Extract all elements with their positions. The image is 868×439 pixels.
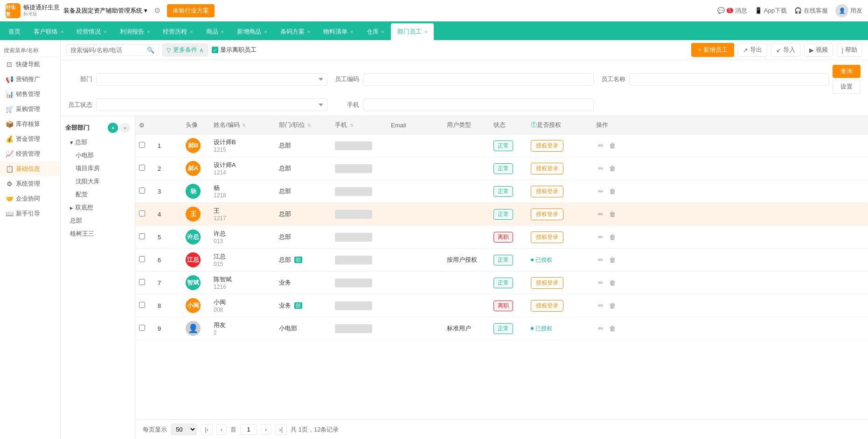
row-checkbox[interactable] xyxy=(139,210,145,216)
col-name[interactable]: 姓名/编码 ⇅ xyxy=(210,116,275,134)
col-phone[interactable]: 手机 ⇅ xyxy=(331,116,387,134)
close-icon[interactable]: × xyxy=(104,29,106,35)
edit-button[interactable]: ✏ xyxy=(596,278,605,287)
auth-login-button[interactable]: 授权登录 xyxy=(531,231,563,243)
row-checkbox[interactable] xyxy=(139,188,145,194)
message-icon-area[interactable]: 💬 5 消息 xyxy=(717,7,747,15)
close-icon[interactable]: × xyxy=(307,29,310,35)
close-icon[interactable]: × xyxy=(382,29,384,35)
user-area[interactable]: 👤 用友 xyxy=(835,4,862,17)
dept-node-shenyang[interactable]: 沈阳大库 xyxy=(61,175,135,188)
setting-icon[interactable]: ⚙ xyxy=(139,122,145,129)
tab-dept-employee[interactable]: 部门员工 × xyxy=(391,23,434,40)
sidebar-item-quick[interactable]: ⊡ 快捷导航 xyxy=(0,57,60,72)
edit-button[interactable]: ✏ xyxy=(596,209,605,219)
trial-button[interactable]: 体验行业方案 xyxy=(167,4,215,17)
dept-node-small-elec[interactable]: 小电部 xyxy=(61,149,135,162)
next-page-btn[interactable]: › xyxy=(261,424,271,435)
close-icon[interactable]: × xyxy=(147,29,150,35)
sidebar-item-system[interactable]: ⚙ 系统管理 xyxy=(0,176,60,191)
tab-operation[interactable]: 经营情况 × xyxy=(70,23,113,40)
dept-node-general2[interactable]: 总部 xyxy=(61,214,135,227)
close-icon[interactable]: × xyxy=(190,29,193,35)
search-box[interactable]: 🔍 xyxy=(66,44,159,56)
dept-filter-select[interactable] xyxy=(96,73,327,86)
app-download-area[interactable]: 📱 App下载 xyxy=(755,7,787,15)
prev-page-btn[interactable]: ‹ xyxy=(216,424,227,435)
phone-filter-input[interactable] xyxy=(363,98,594,111)
first-page-btn[interactable]: |‹ xyxy=(201,424,213,435)
edit-button[interactable]: ✏ xyxy=(596,232,605,242)
sidebar-item-guide[interactable]: 📖 新手引导 xyxy=(0,206,60,221)
system-title-select[interactable]: 装备及固定资产辅助管理系统 ▾ xyxy=(63,7,147,15)
sidebar-item-stock[interactable]: 📦 库存核算 xyxy=(0,117,60,132)
tab-home[interactable]: 首页 xyxy=(2,23,27,40)
auth-login-button[interactable]: 授权登录 xyxy=(531,186,563,197)
auth-login-button[interactable]: 授权登录 xyxy=(531,209,563,220)
auth-login-button[interactable]: 授权登录 xyxy=(531,300,563,312)
dept-node-plant[interactable]: 植树王三 xyxy=(61,227,135,240)
delete-button[interactable]: 🗑 xyxy=(607,141,618,150)
row-checkbox[interactable] xyxy=(139,233,145,239)
dept-node-distribution[interactable]: 配货 xyxy=(61,188,135,201)
last-page-btn[interactable]: ›| xyxy=(275,424,287,435)
dept-node-project[interactable]: 项目库房 xyxy=(61,162,135,175)
status-filter-select[interactable] xyxy=(96,98,327,111)
close-icon[interactable]: × xyxy=(264,29,267,35)
add-employee-button[interactable]: + 新增员工 xyxy=(691,43,734,57)
col-dept[interactable]: 部门/职位 ⇅ xyxy=(275,116,331,134)
close-icon[interactable]: × xyxy=(61,29,63,35)
sidebar-item-basic[interactable]: 📋 基础信息 xyxy=(0,161,60,176)
edit-button[interactable]: ✏ xyxy=(596,141,605,150)
auth-login-button[interactable]: 授权登录 xyxy=(531,163,563,174)
tab-warehouse[interactable]: 仓库 × xyxy=(360,23,391,40)
search-input[interactable] xyxy=(70,47,145,54)
tab-profit[interactable]: 利润报告 × xyxy=(113,23,156,40)
sidebar-item-marketing[interactable]: 📢 营销推广 xyxy=(0,72,60,87)
row-checkbox[interactable] xyxy=(139,325,145,331)
col-setting[interactable]: ⚙ xyxy=(135,116,154,134)
edit-button[interactable]: ✏ xyxy=(596,255,605,265)
tab-material[interactable]: 物料清单 × xyxy=(317,23,360,40)
row-checkbox[interactable] xyxy=(139,142,145,148)
tab-newgoods[interactable]: 新增商品 × xyxy=(230,23,273,40)
export-button[interactable]: ↗ 导出 xyxy=(738,43,767,57)
online-service-area[interactable]: 🎧 在线客服 xyxy=(794,7,828,15)
sidebar-item-capital[interactable]: 💰 资金管理 xyxy=(0,132,60,146)
sidebar-search-area[interactable]: 🔍 xyxy=(0,44,60,57)
delete-button[interactable]: 🗑 xyxy=(607,255,618,265)
edit-button[interactable]: ✏ xyxy=(596,164,605,173)
sidebar-item-operation[interactable]: 📈 经营管理 xyxy=(0,146,60,161)
query-button[interactable]: 查询 xyxy=(833,65,861,78)
edit-button[interactable]: ✏ xyxy=(596,301,605,310)
edit-button[interactable]: ✏ xyxy=(596,187,605,196)
dept-node-general[interactable]: ▾ 总部 xyxy=(61,136,135,149)
row-checkbox[interactable] xyxy=(139,165,145,171)
row-checkbox[interactable] xyxy=(139,279,145,285)
tab-goods[interactable]: 商品 × xyxy=(200,23,230,40)
dept-node-double-dream[interactable]: ▸ 双底想 xyxy=(61,201,135,214)
page-number-input[interactable] xyxy=(240,424,257,435)
row-checkbox[interactable] xyxy=(139,256,145,262)
sidebar-item-enterprise[interactable]: 🤝 企业协同 xyxy=(0,191,60,206)
more-conditions-btn[interactable]: ▽ 更多条件 ∧ xyxy=(162,43,208,56)
page-size-select[interactable]: 50 20 100 xyxy=(171,424,197,435)
delete-button[interactable]: 🗑 xyxy=(607,209,618,219)
tab-barcode[interactable]: 条码方案 × xyxy=(274,23,317,40)
more-button[interactable]: | 帮助 xyxy=(837,43,862,57)
close-icon[interactable]: × xyxy=(424,29,427,35)
sidebar-item-purchase[interactable]: 🛒 采购管理 xyxy=(0,102,60,117)
import-button[interactable]: ↙ 导入 xyxy=(771,43,800,57)
view-button[interactable]: ▶ 视频 xyxy=(804,43,833,57)
tab-customer[interactable]: 客户联络 × xyxy=(27,23,70,40)
delete-button[interactable]: 🗑 xyxy=(607,232,618,242)
sidebar-item-sales[interactable]: 📊 销售管理 xyxy=(0,87,60,102)
auth-login-button[interactable]: 授权登录 xyxy=(531,277,563,289)
tab-history[interactable]: 经营历程 × xyxy=(156,23,199,40)
dept-tree-add-btn[interactable]: + xyxy=(108,123,118,133)
name-filter-input[interactable] xyxy=(629,73,829,86)
show-resigned-area[interactable]: ✓ 显示离职员工 xyxy=(212,46,257,54)
close-icon[interactable]: × xyxy=(221,29,224,35)
auth-login-button[interactable]: 授权登录 xyxy=(531,140,563,152)
sidebar-search-input[interactable] xyxy=(4,47,61,54)
